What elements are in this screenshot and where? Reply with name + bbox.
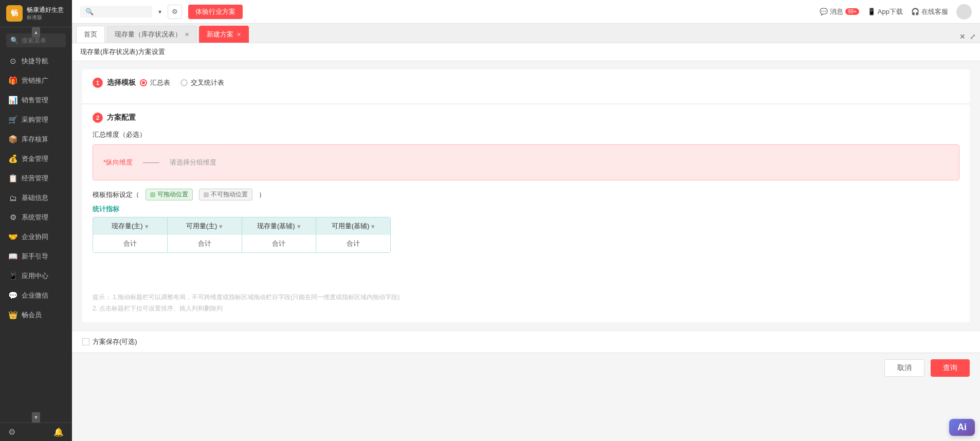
topbar-search-icon: 🔍 xyxy=(85,8,94,15)
step1-badge: 1 xyxy=(93,78,103,88)
page-header: 现存量(库存状况表)方案设置 xyxy=(72,43,980,61)
search-input[interactable] xyxy=(22,37,62,44)
drag-empty-area xyxy=(93,253,959,284)
save-checkbox[interactable] xyxy=(82,338,89,345)
message-icon: 💬 xyxy=(820,8,828,15)
cell-available-aux: 合计 xyxy=(316,235,390,252)
appstore-icon: 📱 xyxy=(8,271,17,281)
radio-crosstab[interactable]: 交叉统计表 xyxy=(180,78,224,87)
not-draggable-icon xyxy=(204,192,209,197)
topbar-search-box[interactable]: 🔍 xyxy=(80,6,152,17)
col-current-aux[interactable]: 现存量(基辅) ▾ xyxy=(242,217,317,235)
not-draggable-tag: 不可拖动位置 xyxy=(199,189,252,200)
step2-title: 方案配置 xyxy=(107,113,136,122)
col-dropdown-2[interactable]: ▾ xyxy=(219,223,223,230)
topbar-right: 💬 消息 99+ 📱 App下载 🎧 在线客服 xyxy=(820,4,972,20)
col-dropdown-1[interactable]: ▾ xyxy=(145,223,149,230)
sidebar-item-purchase[interactable]: 🛒 采购管理 xyxy=(0,110,72,130)
sidebar-item-marketing[interactable]: 🎁 营销推广 xyxy=(0,71,72,90)
sidebar-scroll-down[interactable]: ▼ xyxy=(32,412,40,422)
radio-summary-dot xyxy=(140,79,147,86)
member-icon: 👑 xyxy=(8,310,17,320)
col-available-aux[interactable]: 可用量(基辅) ▾ xyxy=(316,217,390,235)
step2-section: 2 方案配置 汇总维度（必选） *纵向维度 —— 请选择分组维度 模板指标设定（ xyxy=(82,104,970,322)
guide-icon: 📖 xyxy=(8,252,17,261)
step1-section: 1 选择模板 汇总表 交叉统计表 xyxy=(82,69,970,104)
step1-header: 1 选择模板 汇总表 交叉统计表 xyxy=(93,78,959,88)
cancel-button[interactable]: 取消 xyxy=(884,359,924,377)
tabbar: 首页 现存量（库存状况表） ✕ 新建方案 ✕ ✕ ⤢ xyxy=(72,24,980,43)
step2-badge: 2 xyxy=(93,113,103,123)
app-download-button[interactable]: 📱 App下载 xyxy=(867,7,903,16)
sidebar-item-operation[interactable]: 📋 经营管理 xyxy=(0,169,72,188)
message-button[interactable]: 💬 消息 99+ xyxy=(820,7,859,16)
sidebar-item-inventory[interactable]: 📦 库存核算 xyxy=(0,130,72,149)
save-label: 方案保存(可选) xyxy=(93,337,137,346)
sidebar-item-basic[interactable]: 🗂 基础信息 xyxy=(0,188,72,208)
topbar-dropdown-icon[interactable]: ▾ xyxy=(158,8,161,15)
sidebar-scroll-up[interactable]: ▲ xyxy=(32,27,40,38)
basic-icon: 🗂 xyxy=(8,194,17,203)
sidebar-item-finance[interactable]: 💰 资金管理 xyxy=(0,149,72,169)
col-current-main[interactable]: 现存量(主) ▾ xyxy=(93,217,168,235)
wechat-icon: 💬 xyxy=(8,291,17,300)
form-body: 1 选择模板 汇总表 交叉统计表 xyxy=(72,61,980,330)
sidebar-item-enterprise[interactable]: 🤝 企业协同 xyxy=(0,227,72,247)
indicators-label-row: 模板指标设定（ 可拖动位置 不可拖动位置 ） xyxy=(93,189,959,200)
app-brand: 畅康通好生意 标准版 xyxy=(27,6,64,22)
purchase-icon: 🛒 xyxy=(8,115,17,124)
dimension-box[interactable]: *纵向维度 —— 请选择分组维度 xyxy=(93,144,959,180)
tab-inventory-close[interactable]: ✕ xyxy=(185,31,189,38)
sidebar-item-wechat[interactable]: 💬 企业微信 xyxy=(0,286,72,305)
search-icon: 🔍 xyxy=(10,36,19,44)
stats-table-body: 合计 合计 合计 合计 xyxy=(93,235,390,252)
user-avatar[interactable] xyxy=(956,4,972,20)
sidebar-item-system[interactable]: ⚙ 系统管理 xyxy=(0,208,72,227)
ai-button[interactable]: Ai xyxy=(949,419,975,436)
sidebar-settings-icon[interactable]: ⚙ xyxy=(8,427,15,437)
stats-table: 现存量(主) ▾ 可用量(主) ▾ xyxy=(93,217,391,253)
col-dropdown-3[interactable]: ▾ xyxy=(297,223,301,230)
sidebar-item-sales[interactable]: 📊 销售管理 xyxy=(0,90,72,110)
sidebar-nav: 🔍 ⊙ 快捷导航 🎁 营销推广 📊 销售管理 🛒 采购管理 📦 库存核算 💰 资… xyxy=(0,27,72,412)
tab-inventory-status[interactable]: 现存量（库存状况表） ✕ xyxy=(107,26,197,43)
tab-new-scheme-close[interactable]: ✕ xyxy=(237,31,241,38)
step2-header: 2 方案配置 xyxy=(93,113,959,123)
trial-button[interactable]: 体验行业方案 xyxy=(188,5,243,19)
sidebar-item-appstore[interactable]: 📱 应用中心 xyxy=(0,266,72,286)
dimension-placeholder: 请选择分组维度 xyxy=(170,158,216,167)
tab-new-scheme[interactable]: 新建方案 ✕ xyxy=(199,26,249,43)
indicators-section: 模板指标设定（ 可拖动位置 不可拖动位置 ） 统计指标 xyxy=(93,189,959,314)
sidebar-item-guide[interactable]: 📖 新手引导 xyxy=(0,247,72,266)
cell-current-main: 合计 xyxy=(93,235,168,252)
marketing-icon: 🎁 xyxy=(8,76,17,85)
tab-expand-icon[interactable]: ⤢ xyxy=(970,32,976,41)
content-area: 现存量(库存状况表)方案设置 1 选择模板 汇总表 交叉统计表 xyxy=(72,43,980,441)
sidebar-header: 畅 畅康通好生意 标准版 xyxy=(0,0,72,27)
tab-close-all-icon[interactable]: ✕ xyxy=(959,32,966,41)
dimension-label: 汇总维度（必选） xyxy=(93,130,959,139)
topbar-search-input[interactable] xyxy=(97,8,147,15)
sales-icon: 📊 xyxy=(8,96,17,105)
stats-table-header: 现存量(主) ▾ 可用量(主) ▾ xyxy=(93,217,390,235)
tip-2: 2. 点击标题栏下拉可设置排序、插入列和删除列 xyxy=(93,303,959,315)
phone-icon: 📱 xyxy=(867,8,876,15)
col-available-main[interactable]: 可用量(主) ▾ xyxy=(168,217,242,235)
topbar-settings-button[interactable]: ⚙ xyxy=(168,5,182,19)
tabbar-actions: ✕ ⤢ xyxy=(959,32,976,43)
sidebar-footer: ⚙ 🔔 xyxy=(0,422,72,441)
template-radio-group: 汇总表 交叉统计表 xyxy=(140,78,224,87)
cell-available-main: 合计 xyxy=(168,235,242,252)
radio-summary[interactable]: 汇总表 xyxy=(140,78,170,87)
sidebar-sound-icon[interactable]: 🔔 xyxy=(53,427,64,437)
query-button[interactable]: 查询 xyxy=(931,359,970,377)
col-dropdown-4[interactable]: ▾ xyxy=(371,223,375,230)
sidebar-item-member[interactable]: 👑 畅会员 xyxy=(0,305,72,325)
sidebar-item-shortcut[interactable]: ⊙ 快捷导航 xyxy=(0,51,72,71)
footer-bar: 取消 查询 xyxy=(72,353,980,383)
operation-icon: 📋 xyxy=(8,174,17,183)
online-service-button[interactable]: 🎧 在线客服 xyxy=(911,7,948,16)
tab-home[interactable]: 首页 xyxy=(76,26,105,43)
app-logo: 畅 xyxy=(6,5,23,22)
inventory-icon: 📦 xyxy=(8,135,17,144)
